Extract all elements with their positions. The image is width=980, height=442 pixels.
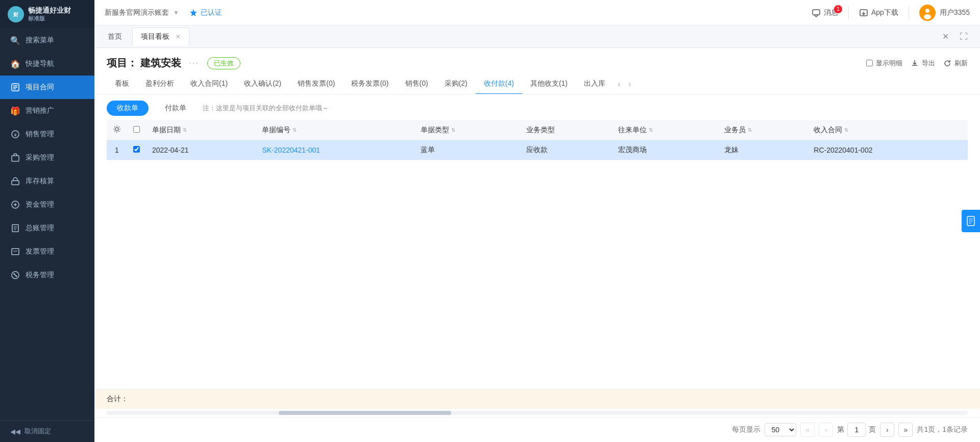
topbar: 新服务官网演示账套 ▼ 已认证 消息 1 App下载 用 xyxy=(94,0,980,26)
tab-close-icon[interactable]: ✕ xyxy=(176,33,181,40)
sub-nav-purchase[interactable]: 采购(2) xyxy=(436,74,476,94)
svg-rect-9 xyxy=(12,181,19,185)
sub-tab-receipt[interactable]: 收款单 xyxy=(107,101,149,116)
th-date[interactable]: 单据日期 ⇅ xyxy=(146,120,256,140)
sub-nav-kanban[interactable]: 看板 xyxy=(107,74,137,94)
sidebar-item-marketing[interactable]: 🎁 营销推广 xyxy=(0,99,94,122)
app-download-button[interactable]: App下载 xyxy=(859,8,898,17)
page-size-select[interactable]: 20 50 100 xyxy=(765,423,796,436)
row-checkbox-cell[interactable] xyxy=(127,140,146,160)
unpin-arrow-icon: ◀◀ xyxy=(10,428,20,435)
sub-nav-inout[interactable]: 出入库 xyxy=(576,74,614,94)
th-salesperson[interactable]: 业务员 ⇅ xyxy=(718,120,808,140)
th-checkbox[interactable] xyxy=(127,120,146,140)
refresh-button[interactable]: 刷新 xyxy=(943,59,968,68)
sub-tab-payment[interactable]: 付款单 xyxy=(155,101,197,116)
th-date-label: 单据日期 xyxy=(152,126,181,135)
row-number[interactable]: SK-20220421-001 xyxy=(256,140,414,160)
sub-nav-tax-invoice[interactable]: 税务发票(0) xyxy=(343,74,397,94)
sub-tab-note: 注：这里是与项目关联的全部收付款单哦～ xyxy=(203,104,329,113)
th-biz-type-label: 业务类型 xyxy=(526,126,555,134)
sub-nav-income-contract[interactable]: 收入合同(1) xyxy=(182,74,236,94)
app-logo: 财 xyxy=(8,6,24,22)
row-checkbox[interactable] xyxy=(133,146,140,153)
sidebar-item-sales[interactable]: ¥ 销售管理 xyxy=(0,122,94,146)
svg-point-22 xyxy=(16,276,17,277)
sidebar-item-finance[interactable]: 资金管理 xyxy=(0,193,94,216)
th-number[interactable]: 单据编号 ⇅ xyxy=(256,120,414,140)
sidebar-item-invoice[interactable]: 发票管理 xyxy=(0,240,94,263)
sidebar-item-project-contract[interactable]: 项目合同 xyxy=(0,76,94,99)
tabbar: 首页 项目看板 ✕ ✕ ⛶ xyxy=(94,26,980,48)
data-table: 单据日期 ⇅ 单据编号 ⇅ xyxy=(107,120,968,160)
sub-nav-sales[interactable]: 销售(0) xyxy=(397,74,436,94)
sub-nav-payment[interactable]: 收付款(4) xyxy=(476,74,522,94)
sidebar-unpin[interactable]: ◀◀ 取消固定 xyxy=(0,420,94,442)
project-more-button[interactable]: ··· xyxy=(189,59,199,68)
sidebar-item-search[interactable]: 🔍 搜索菜单 xyxy=(0,29,94,52)
page-end-label: 页 xyxy=(869,425,876,434)
sub-nav-profit[interactable]: 盈利分析 xyxy=(137,74,182,94)
table-row[interactable]: 1 2022-04-21 SK-20220421-001 蓝单 应收款 宏茂商场 xyxy=(107,140,968,160)
th-partner-label: 往来单位 xyxy=(618,126,647,135)
table-scrollbar-row xyxy=(94,409,980,417)
account-dropdown-icon: ▼ xyxy=(173,9,179,16)
sidebar-item-label-tax: 税务管理 xyxy=(26,271,54,280)
user-avatar xyxy=(919,5,936,21)
th-type[interactable]: 单据类型 ⇅ xyxy=(414,120,520,140)
sidebar-scroll: 🔍 搜索菜单 🏠 快捷导航 项目合同 🎁 营销推广 ¥ 销售管理 xyxy=(0,29,94,420)
sub-nav-prev-icon[interactable]: ‹ xyxy=(614,78,624,91)
th-settings[interactable] xyxy=(107,120,127,140)
sidebar-item-ledger[interactable]: 总账管理 xyxy=(0,216,94,240)
message-button[interactable]: 消息 1 xyxy=(812,8,838,17)
sidebar-item-inventory[interactable]: 库存核算 xyxy=(0,169,94,193)
sub-nav-next-icon[interactable]: › xyxy=(624,78,635,91)
table-scrollbar[interactable] xyxy=(107,411,968,415)
show-detail-toggle[interactable]: 显示明细 xyxy=(866,59,902,68)
svg-rect-17 xyxy=(12,249,19,255)
th-contract[interactable]: 收入合同 ⇅ xyxy=(807,120,968,140)
sidebar-item-purchase[interactable]: 采购管理 xyxy=(0,146,94,169)
row-number-link[interactable]: SK-20220421-001 xyxy=(262,146,320,154)
project-header: 项目： 建筑安装 ··· 已生效 显示明细 导出 刷新 xyxy=(94,48,980,70)
row-partner: 宏茂商场 xyxy=(612,140,718,160)
prev-page-button[interactable]: ‹ xyxy=(819,423,833,437)
fullscreen-button[interactable]: ⛶ xyxy=(957,30,971,44)
sub-tabs: 收款单 付款单 注：这里是与项目关联的全部收付款单哦～ xyxy=(94,94,980,120)
th-partner[interactable]: 往来单位 ⇅ xyxy=(612,120,718,140)
next-page-button[interactable]: › xyxy=(880,423,894,437)
page-total-text: 共1页，1条记录 xyxy=(917,425,968,434)
sub-nav-sales-invoice[interactable]: 销售发票(0) xyxy=(289,74,343,94)
tax-icon xyxy=(10,270,20,280)
sidebar-item-label-ledger: 总账管理 xyxy=(26,224,54,233)
th-number-label: 单据编号 xyxy=(262,126,290,135)
svg-text:¥: ¥ xyxy=(13,132,17,137)
sidebar-item-label-marketing: 营销推广 xyxy=(26,106,54,115)
app-name: 畅捷通好业财 xyxy=(28,6,71,15)
sub-nav-other[interactable]: 其他收支(1) xyxy=(522,74,576,94)
show-detail-checkbox[interactable] xyxy=(866,60,873,66)
sidebar-item-label-invoice: 发票管理 xyxy=(26,247,54,256)
topbar-divider2 xyxy=(909,7,909,19)
sidebar-item-quick-nav[interactable]: 🏠 快捷导航 xyxy=(0,52,94,76)
close-window-button[interactable]: ✕ xyxy=(938,30,952,44)
tab-home[interactable]: 首页 xyxy=(100,28,130,46)
select-all-checkbox[interactable] xyxy=(133,126,140,133)
table-section: 收款单 付款单 注：这里是与项目关联的全部收付款单哦～ xyxy=(94,94,980,442)
row-index: 1 xyxy=(107,140,127,160)
svg-point-27 xyxy=(925,9,929,13)
main-panel: 新服务官网演示账套 ▼ 已认证 消息 1 App下载 用 xyxy=(94,0,980,442)
user-menu[interactable]: 用户3355 xyxy=(919,5,970,21)
last-page-button[interactable]: » xyxy=(898,423,913,437)
sub-nav-income-confirm[interactable]: 收入确认(2) xyxy=(236,74,289,94)
sidebar-item-tax[interactable]: 税务管理 xyxy=(0,263,94,287)
tab-project-kanban[interactable]: 项目看板 ✕ xyxy=(132,28,189,46)
float-action-button[interactable] xyxy=(962,210,980,232)
first-page-button[interactable]: « xyxy=(800,423,815,437)
svg-rect-23 xyxy=(813,10,820,15)
export-button[interactable]: 导出 xyxy=(911,59,935,68)
account-selector[interactable]: 新服务官网演示账套 ▼ xyxy=(105,8,179,17)
page-number-input[interactable] xyxy=(847,423,866,437)
app-version: 标准版 xyxy=(28,15,71,22)
content-area: 项目： 建筑安装 ··· 已生效 显示明细 导出 刷新 xyxy=(94,48,980,442)
